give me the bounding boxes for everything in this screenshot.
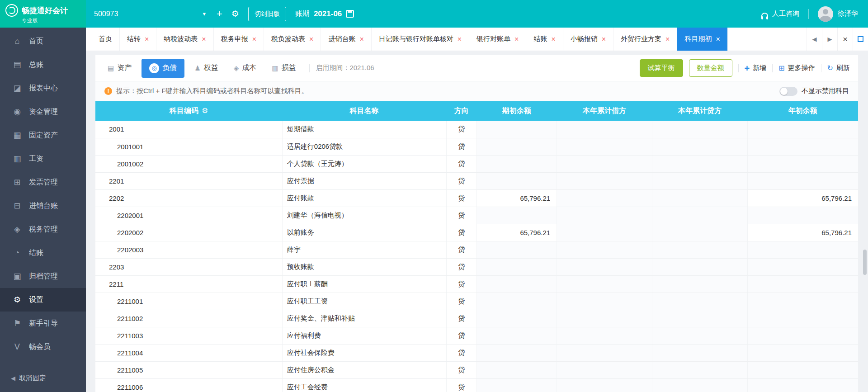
sidebar-item-guide[interactable]: ⚑ 新手引导 <box>0 312 86 335</box>
column-header-opening-balance[interactable]: 期初余额 <box>476 101 557 121</box>
vertical-scrollbar-thumb[interactable] <box>863 250 867 275</box>
more-actions-button[interactable]: ⊞ 更多操作 <box>778 64 815 72</box>
table-row[interactable]: 2211006 应付工会经费 贷 <box>95 378 858 392</box>
document-tab[interactable]: 外贸行业方案 × <box>613 28 677 51</box>
unpin-sidebar-button[interactable]: ◀ 取消固定 <box>0 368 86 387</box>
subtab-profit-loss[interactable]: ▥ 损益 <box>264 55 303 81</box>
accounting-period[interactable]: 账期 2021-06 <box>295 9 354 19</box>
cell-opening-balance <box>476 344 557 361</box>
column-header-ytd-credit[interactable]: 本年累计贷方 <box>652 101 747 121</box>
cell-account-code: 2211001 <box>95 293 282 310</box>
table-row[interactable]: 2211004 应付社会保险费 贷 <box>95 344 858 361</box>
sidebar-item-funds[interactable]: ◉ 资金管理 <box>0 100 86 123</box>
table-row[interactable]: 2203 预收账款 贷 <box>95 258 858 275</box>
fullscreen-icon[interactable] <box>853 28 868 51</box>
cell-account-code: 2001 <box>95 121 282 138</box>
document-tab[interactable]: 结转 × <box>120 28 156 51</box>
cell-ytd-credit <box>652 207 747 224</box>
column-header-ytd-debit[interactable]: 本年累计借方 <box>557 101 652 121</box>
tab-close-icon[interactable]: × <box>202 36 206 43</box>
consult-button[interactable]: 人工咨询 <box>761 9 799 18</box>
sidebar-item-archive[interactable]: ▣ 归档管理 <box>0 264 86 288</box>
document-tab[interactable]: 科目期初 × <box>677 28 727 51</box>
table-row[interactable]: 2201 应付票据 贷 <box>95 172 858 189</box>
table-row[interactable]: 2211003 应付福利费 贷 <box>95 327 858 344</box>
tab-close-icon[interactable]: × <box>716 36 720 43</box>
table-row[interactable]: 2001002 个人贷款（王元涛） 贷 <box>95 155 858 172</box>
column-header-direction[interactable]: 方向 <box>446 101 476 121</box>
document-tab[interactable]: 税负波动表 × <box>264 28 321 51</box>
tab-close-icon[interactable]: × <box>145 36 149 43</box>
sidebar-item-invoices[interactable]: ⊞ 发票管理 <box>0 170 86 194</box>
subtab-cost[interactable]: ◈ 成本 <box>226 55 264 81</box>
column-settings-gear-icon[interactable]: ⚙ <box>202 107 208 114</box>
table-row[interactable]: 2211001 应付职工工资 贷 <box>95 293 858 310</box>
cell-account-name: 应付账款 <box>282 189 446 207</box>
sidebar-item-fixed-assets[interactable]: ▦ 固定资产 <box>0 123 86 147</box>
cell-ytd-debit <box>557 293 652 310</box>
cell-account-code: 2202001 <box>95 207 282 224</box>
subtab-liabilities[interactable]: ◎ 负债 <box>142 59 184 78</box>
table-row[interactable]: 2202001 刘建华（海信电视） 贷 <box>95 207 858 224</box>
table-row[interactable]: 2211 应付职工薪酬 贷 <box>95 275 858 293</box>
tab-close-icon[interactable]: × <box>359 36 363 43</box>
sidebar-item-payroll[interactable]: ▥ 工资 <box>0 147 86 170</box>
column-header-code[interactable]: 科目编码⚙ <box>95 101 282 121</box>
document-tab[interactable]: 结账 × <box>526 28 563 51</box>
tabs-scroll-left-button[interactable]: ◀ <box>807 28 822 51</box>
tab-close-icon[interactable]: × <box>602 36 606 43</box>
sidebar-item-tax[interactable]: ◈ 税务管理 <box>0 217 86 241</box>
tab-close-icon[interactable]: × <box>252 36 256 43</box>
app-logo[interactable]: 畅捷通好会计 专业版 <box>0 0 86 28</box>
document-tab[interactable]: 银行对账单 × <box>469 28 526 51</box>
switch-old-version-button[interactable]: 切到旧版 <box>248 7 286 21</box>
table-row[interactable]: 2211002 应付奖金、津贴和补贴 贷 <box>95 310 858 327</box>
close-tab-button[interactable]: × <box>837 28 853 51</box>
document-tab[interactable]: 首页 × <box>91 28 120 51</box>
tab-close-icon[interactable]: × <box>551 36 555 43</box>
table-row[interactable]: 2202003 薛宇 贷 <box>95 241 858 258</box>
company-select[interactable]: 500973 ▾ <box>92 7 208 21</box>
hide-disabled-accounts-toggle[interactable] <box>779 87 797 96</box>
refresh-label: 刷新 <box>836 64 850 72</box>
payroll-icon: ▥ <box>13 154 22 164</box>
table-row[interactable]: 2202002 以前账务 贷 65,796.21 65,796.21 <box>95 224 858 241</box>
column-header-year-opening[interactable]: 年初余额 <box>747 101 858 121</box>
subtab-assets[interactable]: ▤ 资产 <box>100 55 139 81</box>
tabs-scroll-right-button[interactable]: ▶ <box>822 28 837 51</box>
sidebar-item-home[interactable]: ⌂ 首页 <box>0 29 86 53</box>
sidebar-item-purchase-sales[interactable]: ⊟ 进销台账 <box>0 194 86 217</box>
document-tab[interactable]: 税务申报 × <box>214 28 264 51</box>
table-row[interactable]: 2202 应付账款 贷 65,796.21 65,796.21 <box>95 189 858 207</box>
sidebar-item-general-ledger[interactable]: ▤ 总账 <box>0 53 86 76</box>
plus-icon[interactable]: + <box>217 9 222 19</box>
document-tab[interactable]: 日记账与银行对账单核对 × <box>372 28 469 51</box>
table-row[interactable]: 2211005 应付住房公积金 贷 <box>95 361 858 378</box>
sidebar-item-settings[interactable]: ⚙ 设置 <box>0 288 86 312</box>
toolbar-divider <box>309 64 310 72</box>
sidebar-item-report-center[interactable]: ◪ 报表中心 <box>0 76 86 100</box>
sidebar-item-closing[interactable]: ◔ 结账 <box>0 241 86 264</box>
document-tab[interactable]: 纳税波动表 × <box>156 28 213 51</box>
table-row[interactable]: 2001001 适居建行0206贷款 贷 <box>95 138 858 155</box>
table-row[interactable]: 2001 短期借款 贷 <box>95 121 858 138</box>
document-tab[interactable]: 进销台账 × <box>321 28 371 51</box>
add-label: 新增 <box>753 64 766 72</box>
period-label: 账期 <box>295 9 310 19</box>
refresh-button[interactable]: ↻ 刷新 <box>827 64 850 72</box>
tab-close-icon[interactable]: × <box>309 36 313 43</box>
user-menu[interactable]: 徐泽华 <box>818 6 858 22</box>
topbar: 500973 ▾ + ⚙ 切到旧版 账期 2021-06 人工咨询 徐泽华 <box>86 0 868 28</box>
tab-close-icon[interactable]: × <box>665 36 670 43</box>
cell-ytd-debit <box>557 241 652 258</box>
tab-close-icon[interactable]: × <box>458 36 462 43</box>
sidebar-item-member[interactable]: Ⅴ 畅会员 <box>0 335 86 359</box>
quantity-amount-button[interactable]: 数量金额 <box>689 59 732 77</box>
document-tab[interactable]: 小畅报销 × <box>563 28 613 51</box>
add-button[interactable]: + 新增 <box>745 64 767 73</box>
subtab-equity[interactable]: ♟ 权益 <box>187 55 226 81</box>
column-header-name[interactable]: 科目名称 <box>282 101 446 121</box>
gear-icon[interactable]: ⚙ <box>231 9 239 18</box>
tab-close-icon[interactable]: × <box>514 36 519 43</box>
trial-balance-button[interactable]: 试算平衡 <box>640 59 683 77</box>
